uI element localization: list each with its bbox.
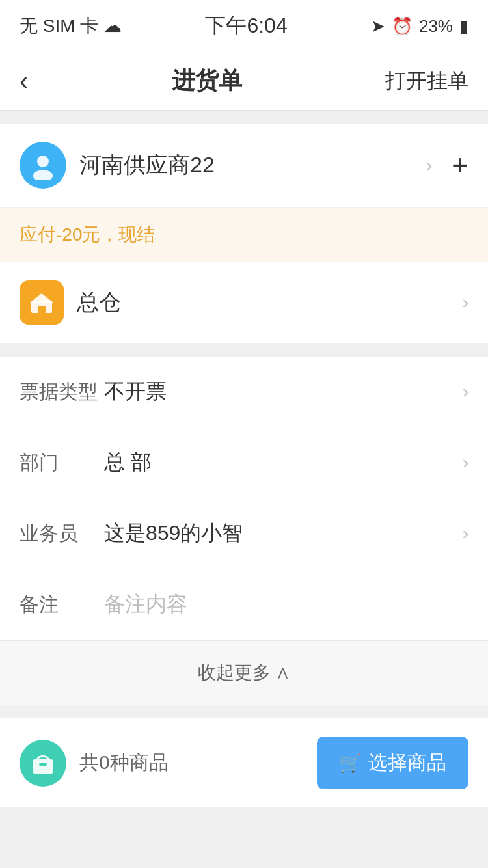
svg-rect-5: [33, 759, 53, 774]
supplier-name[interactable]: 河南供应商22: [79, 150, 426, 180]
svg-marker-3: [30, 293, 53, 303]
select-btn-label: 选择商品: [368, 750, 446, 776]
battery-label: 23%: [419, 16, 453, 36]
department-value: 总 部: [104, 448, 463, 477]
warehouse-chevron-icon: ›: [463, 292, 468, 313]
invoice-type-label: 票据类型: [20, 379, 104, 405]
page-title: 进货单: [172, 65, 242, 97]
invoice-type-row[interactable]: 票据类型 不开票 ›: [0, 357, 488, 427]
salesperson-chevron-icon: ›: [463, 523, 468, 544]
select-product-button[interactable]: 🛒 选择商品: [317, 737, 468, 789]
invoice-type-chevron-icon: ›: [463, 381, 468, 402]
warehouse-name: 总仓: [77, 288, 463, 318]
department-row[interactable]: 部门 总 部 ›: [0, 427, 488, 498]
warehouse-row[interactable]: 总仓 ›: [0, 262, 488, 344]
status-left: 无 SIM 卡 ☁: [20, 14, 122, 38]
user-icon: [29, 151, 57, 180]
svg-rect-4: [38, 306, 46, 313]
open-pending-button[interactable]: 打开挂单: [385, 67, 468, 96]
alert-banner: 应付-20元，现结: [0, 208, 488, 262]
product-row: 共0种商品 🛒 选择商品: [0, 718, 488, 807]
svg-point-0: [37, 156, 49, 167]
alert-text: 应付-20元，现结: [20, 224, 155, 245]
product-count: 共0种商品: [79, 750, 317, 776]
supplier-chevron-icon: ›: [426, 155, 432, 176]
divider-mid: [0, 344, 488, 357]
remark-value[interactable]: 备注内容: [104, 590, 468, 619]
remark-row[interactable]: 备注 备注内容: [0, 569, 488, 640]
status-time: 下午6:04: [205, 12, 287, 40]
select-icon: 🛒: [339, 752, 362, 774]
status-right: ➤ ⏰ 23% ▮: [371, 16, 468, 36]
invoice-type-value: 不开票: [104, 377, 463, 406]
department-chevron-icon: ›: [463, 452, 468, 473]
add-supplier-button[interactable]: +: [452, 149, 468, 182]
salesperson-value: 这是859的小智: [104, 519, 463, 548]
alarm-icon: ⏰: [392, 16, 413, 36]
department-label: 部门: [20, 450, 104, 476]
status-bar: 无 SIM 卡 ☁ 下午6:04 ➤ ⏰ 23% ▮: [0, 0, 488, 52]
warehouse-icon: [20, 280, 64, 325]
salesperson-label: 业务员: [20, 521, 104, 547]
remark-label: 备注: [20, 591, 104, 618]
supplier-row: 河南供应商22 › +: [0, 124, 488, 208]
battery-icon: ▮: [459, 16, 468, 36]
location-icon: ➤: [371, 16, 385, 36]
sim-label: 无 SIM 卡 ☁: [20, 14, 122, 38]
salesperson-row[interactable]: 业务员 这是859的小智 ›: [0, 498, 488, 569]
back-button[interactable]: ‹: [20, 66, 28, 96]
nav-bar: ‹ 进货单 打开挂单: [0, 52, 488, 111]
collapse-button[interactable]: 收起更多 ∧: [0, 640, 488, 705]
divider-top: [0, 111, 488, 124]
supplier-avatar: [20, 142, 66, 189]
warehouse-icon-svg: [29, 290, 55, 316]
svg-rect-6: [39, 763, 47, 766]
product-bag-icon: [29, 749, 57, 778]
product-icon: [20, 740, 66, 787]
svg-point-1: [33, 170, 53, 180]
